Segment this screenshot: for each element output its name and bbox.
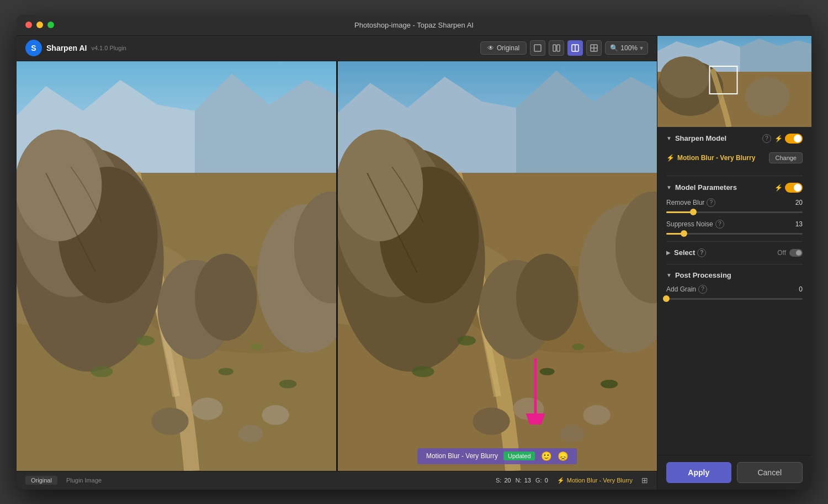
logo-icon: S <box>25 40 42 56</box>
sharpen-model-toggle-switch[interactable] <box>785 134 803 144</box>
model-params-toggle-switch[interactable] <box>785 183 803 193</box>
post-processing-chevron-icon[interactable]: ▼ <box>666 272 672 278</box>
add-grain-slider[interactable] <box>666 298 803 300</box>
model-params-chevron-icon[interactable]: ▼ <box>666 184 672 190</box>
svg-point-17 <box>17 129 102 241</box>
change-model-button[interactable]: Change <box>769 152 803 163</box>
eye-icon: 👁 <box>487 44 494 52</box>
model-lightning-icon: ⚡ <box>666 154 675 162</box>
add-grain-thumb[interactable] <box>663 295 670 302</box>
sharpen-model-help-button[interactable]: ? <box>762 134 771 143</box>
svg-point-61 <box>660 56 710 98</box>
original-toggle-button[interactable]: 👁 Original <box>480 41 527 55</box>
status-values: S: 20 N: 13 G: 0 <box>496 477 548 484</box>
divider-1 <box>666 176 803 176</box>
suppress-noise-slider[interactable] <box>666 233 803 235</box>
select-help-button[interactable]: ? <box>697 248 706 257</box>
add-grain-value: 0 <box>789 285 803 293</box>
zoom-control[interactable]: 🔍 100% ▾ <box>605 41 648 55</box>
svg-point-48 <box>412 366 434 377</box>
current-model-name: ⚡ Motion Blur - Very Blurry <box>666 154 765 162</box>
processed-image-panel: Motion Blur - Very Blurry Updated 🙂 😞 <box>338 61 657 471</box>
model-indicator: ⚡ Motion Blur - Very Blurry <box>557 477 633 484</box>
model-params-toggle: ⚡ <box>774 183 803 193</box>
n-label: N: 13 <box>516 477 531 484</box>
view-split-h-button[interactable] <box>567 40 583 56</box>
suppress-noise-thumb[interactable] <box>681 230 687 237</box>
svg-point-30 <box>262 405 289 425</box>
status-emoji-thumbup[interactable]: 🙂 <box>541 451 552 461</box>
svg-point-47 <box>572 343 584 349</box>
svg-point-49 <box>600 379 617 388</box>
params-lightning-icon: ⚡ <box>774 184 783 192</box>
plugin-label: Plugin Image <box>66 477 102 484</box>
zoom-chevron-icon: ▾ <box>640 44 643 52</box>
processed-image <box>338 61 657 471</box>
cancel-button[interactable]: Cancel <box>737 462 803 483</box>
minimize-button[interactable] <box>36 22 43 28</box>
svg-point-40 <box>338 129 423 241</box>
status-bar: Original Plugin Image S: 20 N: 13 G: 0 <box>17 471 657 490</box>
window-title: Photoshop-image - Topaz Sharpen AI <box>354 21 474 29</box>
svg-point-53 <box>583 405 610 425</box>
svg-rect-1 <box>553 45 556 51</box>
model-display: ⚡ Motion Blur - Very Blurry Change <box>666 149 803 167</box>
image-canvas[interactable]: Motion Blur - Very Blurry Updated 🙂 😞 <box>17 61 657 471</box>
image-area: S Sharpen AI v4.1.0 Plugin 👁 Original <box>17 36 657 490</box>
view-controls: 👁 Original 🔍 <box>480 40 648 56</box>
select-chevron-icon[interactable]: ▶ <box>666 250 671 256</box>
add-grain-help-button[interactable]: ? <box>698 285 707 294</box>
svg-point-29 <box>151 407 188 434</box>
divider-3 <box>666 264 803 264</box>
svg-point-19 <box>195 253 257 340</box>
remove-blur-thumb[interactable] <box>690 209 697 215</box>
remove-blur-slider[interactable] <box>666 211 803 213</box>
main-toolbar: S Sharpen AI v4.1.0 Plugin 👁 Original <box>17 36 657 61</box>
suppress-noise-row: Suppress Noise ? 13 <box>666 220 803 229</box>
lightning-status-icon: ⚡ <box>557 477 565 484</box>
app-window: Photoshop-image - Topaz Sharpen AI S Sha… <box>17 15 811 490</box>
status-updated-badge: Updated <box>503 452 535 460</box>
sharpen-model-section-header: ▼ Sharpen Model ? ⚡ <box>666 134 803 144</box>
g-label: G: 0 <box>535 477 548 484</box>
svg-point-28 <box>238 425 263 442</box>
add-grain-label: Add Grain ? <box>666 285 786 294</box>
view-split-v-button[interactable] <box>549 40 564 56</box>
zoom-value: 100% <box>620 44 638 52</box>
view-single-button[interactable] <box>530 40 545 56</box>
select-toggle-switch[interactable] <box>789 249 803 257</box>
svg-rect-0 <box>534 45 541 51</box>
post-processing-title: Post Processing <box>675 271 803 279</box>
remove-blur-value: 20 <box>789 199 803 206</box>
divider-2 <box>666 241 803 242</box>
model-params-title: Model Parameters <box>675 183 771 192</box>
sharpen-model-chevron-icon[interactable]: ▼ <box>666 135 672 141</box>
zoom-icon: 🔍 <box>610 44 618 52</box>
svg-point-23 <box>219 368 233 375</box>
minimap[interactable] <box>657 36 811 127</box>
post-processing-section-header: ▼ Post Processing <box>666 271 803 279</box>
original-tag: Original <box>25 476 57 485</box>
logo-version: v4.1.0 Plugin <box>91 45 126 51</box>
traffic-lights <box>25 22 54 28</box>
select-title: Select ? <box>674 248 777 257</box>
remove-blur-fill <box>666 211 693 213</box>
action-buttons: Apply Cancel <box>657 455 811 490</box>
apply-button[interactable]: Apply <box>666 462 731 483</box>
remove-blur-label: Remove Blur ? <box>666 198 786 207</box>
view-quad-button[interactable] <box>586 40 602 56</box>
select-off-control: Off <box>777 249 803 257</box>
fullscreen-button[interactable] <box>47 22 54 28</box>
svg-point-51 <box>559 425 584 442</box>
copy-icon[interactable]: ⊞ <box>641 476 648 485</box>
suppress-noise-help-button[interactable]: ? <box>715 220 724 229</box>
model-indicator-name: Motion Blur - Very Blurry <box>567 477 633 484</box>
status-model-name: Motion Blur - Very Blurry <box>426 452 498 460</box>
remove-blur-help-button[interactable]: ? <box>707 198 715 207</box>
sharpen-model-toggle: ⚡ <box>774 134 803 144</box>
status-emoji-thumbdown[interactable]: 😞 <box>558 451 569 461</box>
main-layout: S Sharpen AI v4.1.0 Plugin 👁 Original <box>17 36 811 490</box>
select-row: ▶ Select ? Off <box>666 248 803 257</box>
close-button[interactable] <box>25 22 32 28</box>
svg-point-24 <box>251 343 263 349</box>
